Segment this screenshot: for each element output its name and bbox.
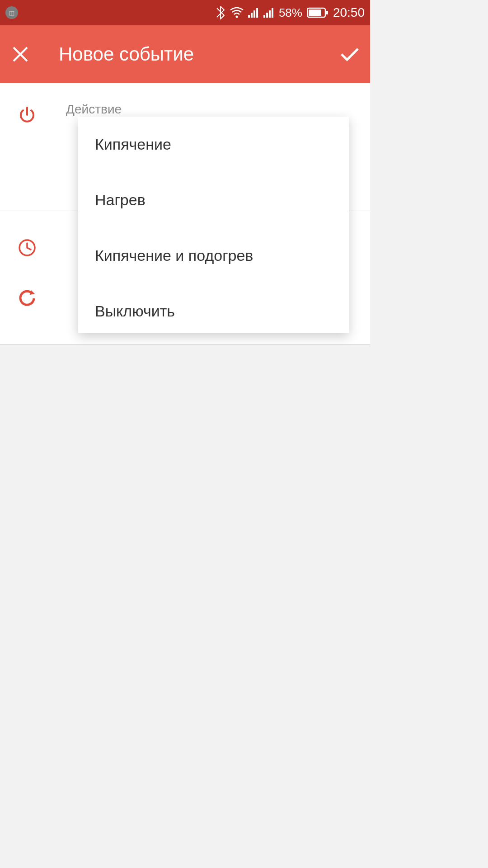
status-left: ◫ [5,6,18,19]
power-icon [14,106,41,125]
dropdown-item-boil[interactable]: Кипячение [78,117,349,172]
signal-icon-1 [248,8,259,18]
svg-rect-7 [269,10,271,18]
svg-rect-10 [309,9,321,16]
bluetooth-icon [216,6,225,19]
app-bar: Новое событие [0,25,370,83]
notification-icon: ◫ [5,6,18,19]
svg-rect-5 [263,15,265,18]
signal-icon-2 [263,8,274,18]
svg-rect-3 [253,10,255,18]
battery-icon [307,7,328,18]
svg-rect-1 [248,15,250,18]
close-button[interactable] [9,43,32,66]
wifi-icon [230,7,244,18]
battery-percentage: 58% [279,6,302,20]
page-title: Новое событие [59,43,194,65]
status-bar: ◫ [0,0,370,25]
dropdown-item-off[interactable]: Выключить [78,283,349,333]
repeat-icon [14,289,41,308]
svg-rect-11 [326,11,328,14]
status-right: 58% 20:50 [216,5,365,20]
svg-rect-8 [272,8,273,18]
svg-point-0 [235,16,238,18]
clock-icon [14,238,41,257]
action-dropdown: Кипячение Нагрев Кипячение и подогрев Вы… [78,117,349,333]
svg-rect-6 [266,13,268,18]
confirm-button[interactable] [338,43,361,66]
content-area: Действие Кипячение Нагрев [0,83,370,344]
dropdown-item-boil-warm[interactable]: Кипячение и подогрев [78,228,349,283]
action-label: Действие [66,102,122,117]
svg-rect-4 [256,8,258,18]
svg-rect-2 [251,13,253,18]
dropdown-item-heat[interactable]: Нагрев [78,172,349,228]
status-time: 20:50 [333,5,365,20]
